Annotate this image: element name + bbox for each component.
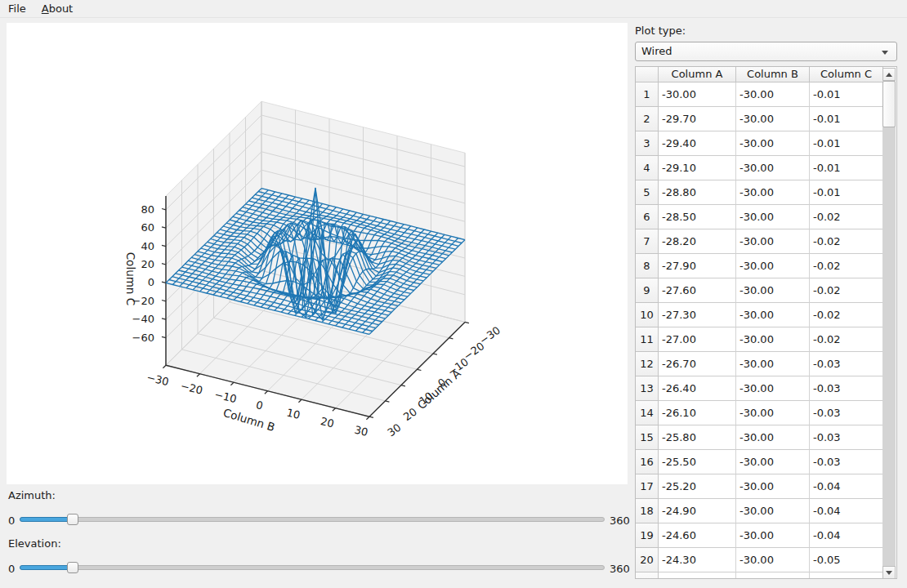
table-row[interactable]: 4-29.10-30.00-0.01: [636, 156, 896, 180]
table-row[interactable]: 10-27.30-30.00-0.02: [636, 303, 896, 327]
table-cell[interactable]: -30.00: [736, 205, 810, 229]
table-cell[interactable]: -0.02: [810, 229, 883, 254]
table-cell[interactable]: -30.00: [736, 499, 810, 523]
menu-file[interactable]: File: [1, 1, 34, 17]
table-cell[interactable]: -30.00: [736, 523, 810, 548]
table-cell[interactable]: -30.00: [736, 352, 810, 376]
table-cell[interactable]: -0.01: [810, 156, 883, 180]
row-number-cell[interactable]: 18: [636, 499, 659, 523]
table-cell[interactable]: -0.02: [810, 254, 883, 278]
table-cell[interactable]: -0.02: [810, 205, 883, 229]
table-row[interactable]: 8-27.90-30.00-0.02: [636, 254, 896, 278]
scrollbar-thumb[interactable]: [882, 81, 896, 127]
table-row[interactable]: 9-27.60-30.00-0.02: [636, 278, 896, 303]
row-number-cell[interactable]: 11: [636, 327, 659, 352]
table-row-partial[interactable]: [636, 572, 896, 579]
table-cell[interactable]: -25.80: [659, 425, 736, 450]
row-number-cell[interactable]: 13: [636, 376, 659, 401]
table-cell[interactable]: -28.50: [659, 205, 736, 229]
row-number-cell[interactable]: 2: [636, 107, 659, 131]
row-number-cell[interactable]: 16: [636, 450, 659, 474]
table-row[interactable]: 18-24.90-30.00-0.04: [636, 499, 896, 523]
row-number-cell[interactable]: 15: [636, 425, 659, 450]
table-cell[interactable]: -24.30: [659, 548, 736, 572]
table-cell[interactable]: -30.00: [736, 180, 810, 205]
table-cell[interactable]: -0.01: [810, 82, 883, 107]
table-cell[interactable]: -0.05: [810, 548, 883, 572]
table-row[interactable]: 3-29.40-30.00-0.01: [636, 131, 896, 156]
elevation-slider[interactable]: [20, 562, 605, 573]
row-number-cell[interactable]: 14: [636, 401, 659, 425]
column-header-c[interactable]: Column C: [810, 67, 883, 82]
table-cell[interactable]: -29.10: [659, 156, 736, 180]
table-row[interactable]: 15-25.80-30.00-0.03: [636, 425, 896, 450]
table-cell[interactable]: -26.10: [659, 401, 736, 425]
elevation-slider-track[interactable]: [20, 565, 605, 570]
table-cell[interactable]: -27.60: [659, 278, 736, 303]
table-cell[interactable]: -0.03: [810, 352, 883, 376]
row-number-cell[interactable]: 10: [636, 303, 659, 327]
table-row[interactable]: 17-25.20-30.00-0.04: [636, 474, 896, 499]
table-cell[interactable]: -27.00: [659, 327, 736, 352]
row-number-cell[interactable]: 9: [636, 278, 659, 303]
row-number-cell[interactable]: 20: [636, 548, 659, 572]
table-row[interactable]: 1-30.00-30.00-0.01: [636, 82, 896, 107]
table-cell[interactable]: -0.04: [810, 499, 883, 523]
table-row[interactable]: 11-27.00-30.00-0.02: [636, 327, 896, 352]
table-cell[interactable]: -0.01: [810, 180, 883, 205]
table-cell[interactable]: -30.00: [736, 131, 810, 156]
table-cell[interactable]: -30.00: [736, 156, 810, 180]
row-number-cell[interactable]: [636, 572, 659, 579]
table-row[interactable]: 20-24.30-30.00-0.05: [636, 548, 896, 572]
table-row[interactable]: 14-26.10-30.00-0.03: [636, 401, 896, 425]
table-cell[interactable]: [659, 572, 736, 579]
row-number-cell[interactable]: 1: [636, 82, 659, 107]
scroll-up-button[interactable]: [882, 68, 896, 81]
table-cell[interactable]: -0.04: [810, 523, 883, 548]
table-cell[interactable]: -0.03: [810, 401, 883, 425]
menu-about[interactable]: About: [34, 1, 80, 17]
table-cell[interactable]: -0.02: [810, 278, 883, 303]
table-cell[interactable]: -27.30: [659, 303, 736, 327]
table-cell[interactable]: -0.04: [810, 474, 883, 499]
row-number-cell[interactable]: 7: [636, 229, 659, 254]
elevation-slider-handle[interactable]: [67, 562, 78, 573]
column-header-b[interactable]: Column B: [736, 67, 810, 82]
table-cell[interactable]: [810, 572, 883, 579]
table-cell[interactable]: -30.00: [736, 254, 810, 278]
scroll-down-button[interactable]: [882, 566, 896, 579]
table-row[interactable]: 13-26.40-30.00-0.03: [636, 376, 896, 401]
azimuth-slider-track[interactable]: [20, 517, 605, 522]
table-cell[interactable]: -30.00: [736, 474, 810, 499]
table-cell[interactable]: -29.70: [659, 107, 736, 131]
row-number-cell[interactable]: 4: [636, 156, 659, 180]
table-cell[interactable]: -30.00: [736, 278, 810, 303]
table-cell[interactable]: -25.20: [659, 474, 736, 499]
table-row[interactable]: 5-28.80-30.00-0.01: [636, 180, 896, 205]
table-cell[interactable]: -30.00: [736, 82, 810, 107]
table-cell[interactable]: -24.90: [659, 499, 736, 523]
table-cell[interactable]: -0.02: [810, 327, 883, 352]
table-cell[interactable]: -30.00: [736, 327, 810, 352]
table-cell[interactable]: -0.03: [810, 425, 883, 450]
table-cell[interactable]: [736, 572, 810, 579]
row-number-cell[interactable]: 17: [636, 474, 659, 499]
table-cell[interactable]: -30.00: [736, 303, 810, 327]
table-cell[interactable]: -0.03: [810, 376, 883, 401]
row-number-cell[interactable]: 6: [636, 205, 659, 229]
table-cell[interactable]: -30.00: [736, 229, 810, 254]
table-scrollbar[interactable]: [882, 68, 896, 579]
table-cell[interactable]: -30.00: [736, 425, 810, 450]
table-cell[interactable]: -30.00: [736, 548, 810, 572]
table-cell[interactable]: -29.40: [659, 131, 736, 156]
table-row[interactable]: 16-25.50-30.00-0.03: [636, 450, 896, 474]
column-header-a[interactable]: Column A: [659, 67, 736, 82]
table-cell[interactable]: -26.70: [659, 352, 736, 376]
plot-type-select[interactable]: Wired: [635, 42, 897, 61]
table-cell[interactable]: -0.01: [810, 131, 883, 156]
table-cell[interactable]: -30.00: [659, 82, 736, 107]
table-row[interactable]: 2-29.70-30.00-0.01: [636, 107, 896, 131]
table-cell[interactable]: -30.00: [736, 450, 810, 474]
table-row[interactable]: 6-28.50-30.00-0.02: [636, 205, 896, 229]
table-row[interactable]: 12-26.70-30.00-0.03: [636, 352, 896, 376]
